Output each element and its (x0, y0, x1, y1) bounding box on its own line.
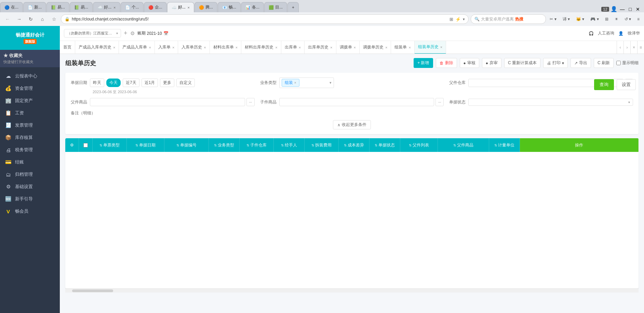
sidebar-item-invoice-mgmt[interactable]: 🧾 发票管理 (0, 119, 60, 131)
browser-tab-1[interactable]: 🔵 在... (0, 2, 23, 12)
browser-tab-2[interactable]: 📄 新... (23, 2, 46, 12)
nav-tab-close-adjust-hist[interactable]: × (385, 45, 387, 49)
nav-more-tabs[interactable]: ≡ (637, 41, 644, 54)
browser-tab-3[interactable]: 📗 易... (46, 2, 69, 12)
new-tab-button[interactable]: + (287, 2, 299, 12)
forward-button[interactable]: → (14, 14, 24, 24)
date-btn-yesterday[interactable]: 昨天 (90, 79, 104, 87)
biz-type-tag-remove[interactable]: × (294, 81, 296, 85)
th-parent-goods[interactable]: ⇅ 父件商品 (438, 138, 489, 152)
maximize-icon[interactable]: □ (628, 6, 633, 12)
more-tool[interactable]: ≡ (635, 16, 641, 22)
minimize-icon[interactable]: — (619, 6, 626, 12)
nav-tab-close-out-order[interactable]: × (299, 45, 301, 49)
nav-tab-assembly[interactable]: 组装单 × (391, 41, 414, 54)
date-btn-7days[interactable]: 近7天 (123, 79, 139, 87)
nav-close-current[interactable]: × (630, 41, 637, 54)
browser-tab-9[interactable]: 🟠 腾... (194, 2, 217, 12)
home-button[interactable]: ⌂ (38, 14, 47, 24)
support-label[interactable]: 人工咨询 (598, 30, 614, 36)
sidebar-item-fund-mgmt[interactable]: 💰 资金管理 (0, 82, 60, 95)
nav-tab-mat-out[interactable]: 材料出库单 × (210, 41, 241, 54)
nav-tab-prod-in[interactable]: 产成品入库单 × (119, 41, 155, 54)
show-detail-checkbox[interactable] (616, 61, 621, 65)
date-btn-today[interactable]: 今天 (106, 79, 121, 87)
date-btn-custom[interactable]: 自定义 (176, 79, 195, 87)
sidebar-item-basic-settings[interactable]: ⚙ 基础设置 (0, 181, 60, 193)
th-disassembly-fee[interactable]: ⇅ 拆装费用 (305, 138, 339, 152)
address-bar[interactable]: 🔒 https://cloud.chanjet.com/accounting/u… (61, 14, 469, 24)
scrollbar-thumb[interactable] (72, 289, 113, 292)
browser-tab-8[interactable]: ☁️ 好... × (167, 2, 194, 12)
delete-button[interactable]: 🗑 删除 (436, 58, 457, 68)
nav-tab-close-out-hist[interactable]: × (330, 45, 332, 49)
print-button[interactable]: 🖨 打印 ▾ (543, 58, 568, 68)
show-detail-label[interactable]: 显示明细 (616, 60, 639, 66)
nav-tab-close-mat-out-hist[interactable]: × (275, 45, 277, 49)
calendar-icon[interactable]: 📅 (163, 31, 169, 36)
game-tool[interactable]: 🎮 ▾ (589, 16, 600, 22)
nav-tab-home[interactable]: 首页 (60, 41, 75, 54)
bill-status-dropdown[interactable]: ▾ (468, 99, 633, 106)
close-icon[interactable]: ✕ (634, 6, 641, 12)
nav-tab-out-hist[interactable]: 出库单历史 × (305, 41, 336, 54)
th-bill-no[interactable]: ⇅ 单据编号 (164, 138, 209, 152)
biz-type-dropdown-icon[interactable]: ▾ (330, 81, 332, 85)
parent-goods-input[interactable] (90, 98, 245, 106)
browser-tab-4[interactable]: 📗 易... (70, 2, 93, 12)
collapse-button[interactable]: ∧ 收起更多条件 (333, 120, 371, 129)
parent-goods-more-btn[interactable]: ··· (246, 98, 255, 106)
add-company-button[interactable]: + (124, 30, 128, 37)
th-bill-date[interactable]: ⇅ 单据日期 (127, 138, 164, 152)
th-bill-status[interactable]: ⇅ 单据状态 (370, 138, 400, 152)
select-all-checkbox[interactable] (83, 143, 88, 147)
sidebar-item-guide[interactable]: 🆕 新手引导 (0, 193, 60, 205)
th-checkbox[interactable] (79, 138, 93, 152)
nav-tab-close-prod-in-hist[interactable]: × (113, 45, 115, 49)
refresh-button[interactable]: ↻ (26, 14, 36, 24)
nav-tab-prod-in-hist[interactable]: 产成品入库单历史 × (75, 41, 119, 54)
browser-tab-10[interactable]: 📧 畅... (218, 2, 241, 12)
horizontal-scrollbar[interactable] (65, 288, 639, 293)
audit-button[interactable]: ● 审核 (460, 58, 479, 68)
undo-tool[interactable]: ↺ ▾ (623, 16, 633, 22)
th-settings[interactable]: ⚙ (65, 138, 79, 152)
th-handler[interactable]: ⇅ 经手人 (274, 138, 305, 152)
sub-goods-more-btn[interactable]: ··· (435, 98, 444, 106)
nav-tab-adjust-hist[interactable]: 调拨单历史 × (360, 41, 391, 54)
date-btn-more[interactable]: 更多 (160, 79, 174, 87)
nav-tab-close-mat-out[interactable]: × (236, 45, 238, 49)
tab-close-8[interactable]: × (188, 5, 190, 10)
th-cost-diff[interactable]: ⇅ 成本差异 (339, 138, 370, 152)
grid-tool[interactable]: ⊞ (603, 16, 610, 22)
nav-tab-close-in-hist[interactable]: × (204, 45, 206, 49)
nav-tab-close-assembly[interactable]: × (408, 45, 411, 49)
sub-goods-input[interactable] (279, 98, 434, 106)
new-button[interactable]: + 新增 (414, 58, 433, 68)
nav-tab-adjust[interactable]: 调拨单 × (336, 41, 360, 54)
tab-close-5[interactable]: × (113, 5, 116, 10)
export-button[interactable]: ↗ 导出 (571, 58, 591, 68)
settings-company-icon[interactable]: ⚙ (130, 30, 135, 37)
sidebar-item-cloud-report[interactable]: ☁ 云报表中心 (0, 70, 60, 82)
set-button[interactable]: 设置 (617, 79, 636, 90)
qr-icon[interactable]: ⊞ (450, 17, 453, 22)
nav-tab-in-hist[interactable]: 入库单历史 × (178, 41, 210, 54)
nav-tab-close-in-order[interactable]: × (172, 45, 174, 49)
sidebar-item-fixed-assets[interactable]: 🏢 固定资产 (0, 95, 60, 107)
sidebar-favorites[interactable]: ★ 收藏夹 快捷键打开收藏夹 (0, 50, 60, 67)
sidebar-item-vip[interactable]: V 畅会员 (0, 205, 60, 217)
abandon-button[interactable]: ● 弃审 (482, 58, 501, 68)
biz-type-selector[interactable]: 组装 × ▾ (279, 77, 334, 88)
dropdown-arrow-icon[interactable]: ▾ (463, 17, 465, 22)
sidebar-item-tax-mgmt[interactable]: 🖨 税务管理 (0, 144, 60, 156)
scissors-tool[interactable]: ✂ ▾ (548, 16, 558, 22)
sidebar-item-closing[interactable]: 💳 结账 (0, 156, 60, 168)
nav-tab-assembly-hist[interactable]: 组装单历史 × (415, 41, 446, 54)
th-unit[interactable]: ⇅ 计量单位 (489, 138, 520, 152)
date-btn-1month[interactable]: 近1月 (142, 79, 158, 87)
sidebar-item-inventory-calc[interactable]: 📦 库存核算 (0, 131, 60, 144)
period-selector[interactable]: 账期 2021-10 📅 (137, 30, 169, 36)
th-bill-type[interactable]: ⇅ 单票类型 (93, 138, 127, 152)
emoji-tool[interactable]: 🐱 ▾ (574, 16, 586, 22)
